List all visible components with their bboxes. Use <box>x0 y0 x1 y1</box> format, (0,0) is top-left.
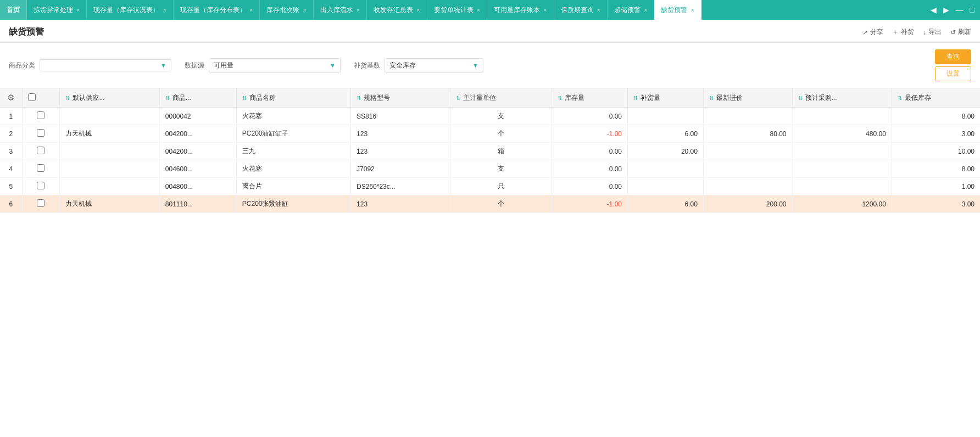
restock-base-arrow-icon: ▼ <box>472 62 478 69</box>
td-spec: SS816 <box>351 108 450 125</box>
tab-close-expiry-query[interactable]: × <box>597 7 600 13</box>
th-spec[interactable]: ⇅ 规格型号 <box>351 88 450 108</box>
column-settings-button[interactable]: ⚙ <box>7 93 14 103</box>
tab-close-receipt-summary[interactable]: × <box>416 7 420 13</box>
th-stock[interactable]: ⇅ 库存量 <box>552 88 628 108</box>
th-latest-price[interactable]: ⇅ 最新进价 <box>703 88 792 108</box>
share-button[interactable]: ↗ 分享 <box>862 27 883 37</box>
category-select[interactable]: ▼ <box>40 59 171 71</box>
tab-close-overstock-warn[interactable]: × <box>644 7 647 13</box>
sort-min-stock-icon: ⇅ <box>898 95 902 101</box>
tab-nav-buttons: ◀ ▶ — □ <box>927 0 980 20</box>
tab-home[interactable]: 首页 <box>0 0 27 20</box>
tab-process[interactable]: 拣货异常处理 × <box>27 0 87 20</box>
tab-inout-flow[interactable]: 出入库流水 × <box>314 0 367 20</box>
row-checkbox[interactable] <box>37 164 44 172</box>
th-supplier[interactable]: ⇅ 默认供应... <box>60 88 159 108</box>
td-restock-qty <box>627 108 703 125</box>
td-unit: 支 <box>450 160 552 178</box>
sort-unit-icon: ⇅ <box>456 95 460 101</box>
th-product-name[interactable]: ⇅ 商品名称 <box>236 88 350 108</box>
tab-stock-dist[interactable]: 现存量（库存分布表） × <box>174 0 260 20</box>
td-supplier: 力天机械 <box>60 125 159 143</box>
td-checkbox <box>22 143 60 160</box>
page-header: 缺货预警 ↗ 分享 ＋ 补货 ↓ 导出 ↺ 刷新 <box>0 20 980 43</box>
td-row-no: 3 <box>0 143 22 160</box>
td-product-name: PC200油缸缸子 <box>236 125 350 143</box>
td-row-no: 6 <box>0 195 22 213</box>
td-checkbox <box>22 195 60 213</box>
row-checkbox[interactable] <box>37 129 44 137</box>
datasource-select[interactable]: 可用量 ▼ <box>209 58 341 73</box>
row-checkbox[interactable] <box>37 199 44 207</box>
restock-button[interactable]: ＋ 补货 <box>892 27 914 37</box>
tab-receipt-summary[interactable]: 收发存汇总表 × <box>367 0 427 20</box>
tab-close-stock-dist[interactable]: × <box>249 7 253 13</box>
category-arrow-icon: ▼ <box>160 62 166 69</box>
tab-overstock-warn[interactable]: 超储预警 × <box>608 0 654 20</box>
datasource-filter-group: 数据源 可用量 ▼ <box>185 58 341 73</box>
select-all-checkbox[interactable] <box>28 93 36 101</box>
datasource-label: 数据源 <box>185 61 204 70</box>
td-supplier <box>60 108 159 125</box>
td-restock-qty: 20.00 <box>627 143 703 160</box>
th-product-code[interactable]: ⇅ 商品... <box>159 88 236 108</box>
td-unit: 只 <box>450 178 552 195</box>
tab-batch-account[interactable]: 库存批次账 × <box>260 0 313 20</box>
td-restock-qty: 6.00 <box>627 195 703 213</box>
tab-next-button[interactable]: ▶ <box>940 0 953 20</box>
td-row-no: 1 <box>0 108 22 125</box>
refresh-button[interactable]: ↺ 刷新 <box>950 27 971 37</box>
td-latest-price: 200.00 <box>703 195 792 213</box>
tab-close-available-ledger[interactable]: × <box>543 7 547 13</box>
tab-close-order-stats[interactable]: × <box>477 7 480 13</box>
table-row: 10000042火花塞SS816支0.008.00 <box>0 108 980 125</box>
th-min-stock[interactable]: ⇅ 最低库存 <box>892 88 980 108</box>
datasource-value: 可用量 <box>214 61 233 70</box>
row-checkbox[interactable] <box>37 147 44 154</box>
td-stock: -1.00 <box>552 125 628 143</box>
td-product-code: 004200... <box>159 125 236 143</box>
row-checkbox[interactable] <box>37 111 44 119</box>
header-actions: ↗ 分享 ＋ 补货 ↓ 导出 ↺ 刷新 <box>862 27 971 37</box>
share-icon: ↗ <box>862 29 868 36</box>
row-checkbox[interactable] <box>37 182 44 189</box>
td-latest-price: 80.00 <box>703 125 792 143</box>
tab-close-process[interactable]: × <box>76 7 80 13</box>
restock-icon: ＋ <box>892 27 899 37</box>
th-unit[interactable]: ⇅ 主计量单位 <box>450 88 552 108</box>
tab-close-shortage-warn[interactable]: × <box>691 7 694 13</box>
export-icon: ↓ <box>923 29 926 36</box>
tab-stock-status[interactable]: 现存量（库存状况表） × <box>87 0 173 20</box>
tab-close-inout-flow[interactable]: × <box>357 7 360 13</box>
td-est-purchase <box>792 178 892 195</box>
settings-button[interactable]: 设置 <box>935 66 971 81</box>
tab-shortage-warn[interactable]: 缺货预警 × <box>654 0 701 20</box>
td-est-purchase: 1200.00 <box>792 195 892 213</box>
th-est-purchase[interactable]: ⇅ 预计采购... <box>792 88 892 108</box>
th-gear: ⚙ <box>0 88 22 108</box>
td-min-stock: 8.00 <box>892 160 980 178</box>
td-spec: J7092 <box>351 160 450 178</box>
export-button[interactable]: ↓ 导出 <box>923 27 942 37</box>
td-restock-qty <box>627 160 703 178</box>
tab-close-stock-status[interactable]: × <box>163 7 166 13</box>
tab-minimize-button[interactable]: — <box>953 0 967 20</box>
td-checkbox <box>22 178 60 195</box>
restock-base-select[interactable]: 安全库存 ▼ <box>385 58 483 73</box>
datasource-arrow-icon: ▼ <box>330 62 336 69</box>
tab-available-ledger[interactable]: 可用量库存账本 × <box>487 0 554 20</box>
th-restock-qty[interactable]: ⇅ 补货量 <box>627 88 703 108</box>
sort-est-purchase-icon: ⇅ <box>798 95 803 101</box>
tab-close-batch-account[interactable]: × <box>303 7 306 13</box>
table-header-row: ⚙ ⇅ 默认供应... ⇅ 商品... <box>0 88 980 108</box>
tab-expiry-query[interactable]: 保质期查询 × <box>554 0 608 20</box>
td-spec: 123 <box>351 195 450 213</box>
tab-order-stats[interactable]: 要货单统计表 × <box>427 0 487 20</box>
tab-maximize-button[interactable]: □ <box>967 0 978 20</box>
sort-stock-icon: ⇅ <box>558 95 562 101</box>
category-label: 商品分类 <box>9 61 35 70</box>
tab-prev-button[interactable]: ◀ <box>927 0 940 20</box>
query-button[interactable]: 查询 <box>935 49 971 64</box>
sort-spec-icon: ⇅ <box>357 95 361 101</box>
